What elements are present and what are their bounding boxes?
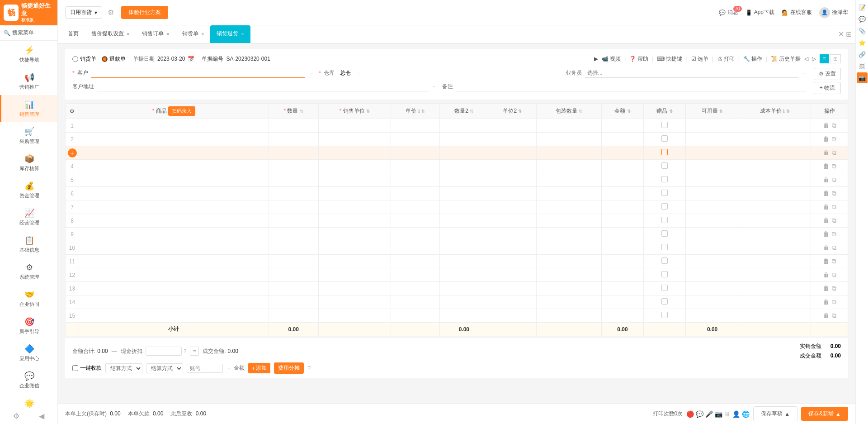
account-dots[interactable]: ··· [226,366,230,371]
sidebar-item-operations[interactable]: 📈 经营管理 [0,204,57,231]
copy-icon[interactable]: ⧉ [832,162,836,170]
row-pack-qty[interactable] [537,119,601,133]
add-row-btn[interactable]: + [68,148,77,157]
sidebar-item-wechat[interactable]: 💬 企业微信 [0,367,57,394]
gift-checkbox[interactable] [661,298,668,305]
gift-checkbox[interactable] [661,135,668,142]
gift-checkbox[interactable] [661,122,668,128]
delete-icon[interactable]: 🗑 [823,203,829,211]
tab-close-icon[interactable]: × [201,31,204,37]
view-grid-btn[interactable]: ⊞ [830,54,841,63]
remark-input[interactable] [456,82,807,91]
col-pack-sort[interactable]: ⇅ [579,109,582,114]
tab-close-icon[interactable]: × [241,31,244,37]
copy-icon[interactable]: ⧉ [832,135,836,143]
col-cost-sort[interactable]: ⇅ [786,109,790,114]
col-unit2-sort[interactable]: ⇅ [518,109,522,114]
col-available-sort[interactable]: ⇅ [719,109,723,114]
sidebar-search[interactable]: 🔍 搜索菜单 [0,25,57,41]
delete-icon[interactable]: 🗑 [823,135,829,143]
copy-icon[interactable]: ⧉ [832,149,836,157]
account-input[interactable] [187,364,223,373]
help-icon[interactable]: ? [184,348,186,354]
row-product-active[interactable] [79,146,269,160]
copy-icon[interactable]: ⧉ [832,122,836,129]
row-amount[interactable] [601,133,643,146]
copy-icon[interactable]: ⧉ [832,230,836,238]
sidebar-item-shortcut[interactable]: ⚡ 快捷导航 [0,41,57,68]
rs-link-icon[interactable]: 🔗 [857,49,868,60]
shortcut-btn[interactable]: ⌨ 快捷键 [657,55,682,63]
col-amount-sort[interactable]: ⇅ [627,109,631,114]
tab-close-icon[interactable]: × [166,31,169,37]
tab-sales-order[interactable]: 销售订单 × [136,25,175,43]
delete-icon[interactable]: 🗑 [823,217,829,224]
tab-sales-delivery[interactable]: 销货单 × [176,25,210,43]
rs-chat-icon[interactable]: 💬 [857,14,868,24]
sidebar-item-finance[interactable]: 💰 资金管理 [0,176,57,204]
gift-checkbox[interactable] [661,257,668,264]
delete-icon[interactable]: 🗑 [823,149,829,157]
expense-split-btn[interactable]: 费用分摊 [274,362,304,374]
status-icon-6[interactable]: 👤 [732,410,740,418]
gift-checkbox[interactable] [661,244,668,250]
gift-checkbox[interactable] [661,271,668,277]
row-qty2-active[interactable] [440,146,488,160]
tab-price-setup[interactable]: 售价提取设置 × [85,25,136,43]
row-amount[interactable] [601,119,643,133]
calc-method-select[interactable]: 结算方式 [146,363,183,373]
status-icon-4[interactable]: 📷 [715,410,722,418]
copy-icon[interactable]: ⧉ [832,312,836,319]
row-qty2[interactable] [440,119,488,133]
equals-btn[interactable]: = [190,347,199,356]
split-help-icon[interactable]: ? [307,365,311,372]
prev-icon[interactable]: ◁ [804,56,808,62]
row-qty2[interactable] [440,133,488,146]
rs-attach-icon[interactable]: 📎 [857,25,868,36]
delete-icon[interactable]: 🗑 [823,244,829,252]
gear-icon[interactable]: ⚙ [70,108,75,114]
rs-scan-icon[interactable]: 📷 [857,72,868,83]
row-unit-price[interactable] [391,133,439,146]
tab-home[interactable]: 首页 [61,25,85,43]
gift-checkbox[interactable] [661,230,668,237]
delete-icon[interactable]: 🗑 [823,122,829,129]
row-sales-unit[interactable] [318,119,391,133]
row-cost-price[interactable] [739,119,811,133]
rs-photo-icon[interactable]: 🖼 [857,61,868,71]
expand-tabs-icon[interactable]: ⊞ [846,30,852,38]
status-icon-5[interactable]: 🖥 [724,410,731,418]
row-product[interactable] [79,133,269,146]
operate-btn[interactable]: 🔧 操作 [743,55,762,63]
copy-icon[interactable]: ⧉ [832,190,836,197]
col-gift-sort[interactable]: ⇅ [669,109,673,114]
copy-icon[interactable]: ⧉ [832,271,836,279]
next-icon[interactable]: ▷ [812,56,816,62]
salesperson-input[interactable] [585,68,798,78]
salesperson-dots[interactable]: ··· [803,71,807,76]
collapse-icon[interactable]: ◀ [39,412,44,420]
delete-icon[interactable]: 🗑 [823,298,829,306]
industry-select[interactable]: 日用百货 ▾ [65,6,102,19]
settings-icon[interactable]: ⚙ [13,412,19,420]
radio-return-input[interactable] [102,56,108,62]
status-icon-3[interactable]: 🎤 [705,410,713,418]
row-unit2[interactable] [488,133,537,146]
address-input[interactable] [97,82,429,91]
gift-checkbox[interactable] [661,162,668,169]
tab-close-icon[interactable]: × [127,31,129,37]
row-available[interactable] [686,119,739,133]
col-cost-info[interactable]: ℹ [783,109,785,114]
copy-icon[interactable]: ⧉ [832,203,836,211]
status-icon-1[interactable]: 🔴 [686,410,694,418]
sidebar-item-inventory[interactable]: 📦 库存核算 [0,149,57,176]
row-qty[interactable] [269,119,318,133]
status-icon-2[interactable]: 💬 [696,410,703,418]
customer-input[interactable] [91,68,305,78]
product-input-active[interactable] [81,150,267,156]
logistics-btn[interactable]: + 物流 [814,82,841,94]
sidebar-item-basic[interactable]: 📋 基础信息 [0,231,57,258]
row-unit-active[interactable] [318,146,391,160]
row-cost-active[interactable] [739,146,811,160]
video-btn[interactable]: 📹 视频 [602,55,621,63]
